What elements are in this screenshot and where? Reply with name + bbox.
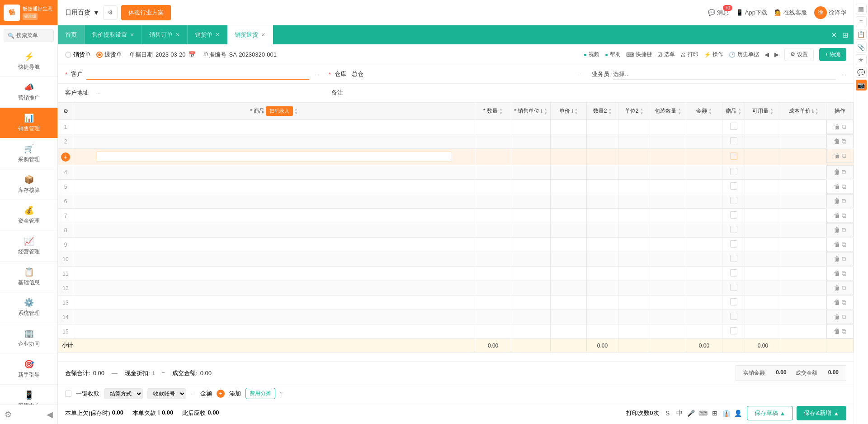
- online-service-button[interactable]: 💁 在线客服: [774, 9, 807, 17]
- delete-row-10[interactable]: 🗑: [834, 255, 840, 263]
- sales-radio[interactable]: 销货单: [65, 51, 91, 59]
- product-cell-2[interactable]: [73, 134, 475, 149]
- sidebar-item-purchase[interactable]: 🛒 采购管理: [0, 138, 57, 169]
- gift-checkbox-12[interactable]: [730, 284, 737, 291]
- copy-row-8[interactable]: ⧉: [842, 226, 846, 234]
- qty-sort[interactable]: ▲▼: [499, 107, 503, 115]
- warehouse-dots[interactable]: ···: [578, 71, 583, 78]
- user-icon[interactable]: 👤: [733, 408, 743, 418]
- sidebar-item-operations[interactable]: 📈 经营管理: [0, 231, 57, 262]
- delete-row-5[interactable]: 🗑: [834, 183, 840, 191]
- copy-row-1[interactable]: ⧉: [842, 123, 846, 131]
- delete-row-7[interactable]: 🗑: [834, 212, 840, 219]
- sidebar-item-finance[interactable]: 💰 资金管理: [0, 200, 57, 231]
- sidebar-item-inventory[interactable]: 📦 库存核算: [0, 169, 57, 200]
- cost-sort[interactable]: ▲▼: [815, 107, 819, 115]
- copy-row-11[interactable]: ⧉: [842, 270, 846, 277]
- customer-dots[interactable]: ···: [315, 71, 320, 78]
- sidebar-item-guide[interactable]: 🎯 新手引导: [0, 354, 57, 385]
- product-sort[interactable]: ▲▼: [294, 107, 298, 115]
- copy-row-12[interactable]: ⧉: [842, 284, 846, 292]
- tab-home[interactable]: 首页: [58, 25, 85, 44]
- input-icon[interactable]: 中: [675, 408, 684, 418]
- float-btn-1[interactable]: ▦: [856, 4, 867, 14]
- delete-row-3[interactable]: 🗑: [834, 152, 840, 160]
- delete-row-13[interactable]: 🗑: [834, 299, 840, 306]
- price-info-icon[interactable]: ℹ: [571, 108, 573, 114]
- gift-sort[interactable]: ▲▼: [738, 107, 741, 115]
- cost-info-icon[interactable]: ℹ: [812, 108, 814, 114]
- col-header-settings[interactable]: ⚙: [58, 103, 73, 120]
- float-btn-5[interactable]: ★: [856, 54, 867, 65]
- copy-row-6[interactable]: ⧉: [842, 197, 846, 205]
- gift-checkbox-10[interactable]: [730, 255, 737, 262]
- gift-checkbox-9[interactable]: [730, 240, 737, 248]
- gift-checkbox-3[interactable]: [730, 152, 737, 160]
- settlement-select[interactable]: 结算方式: [104, 388, 143, 399]
- tab-close-price-settings[interactable]: ✕: [130, 32, 134, 38]
- delete-row-9[interactable]: 🗑: [834, 241, 840, 248]
- experience-button[interactable]: 体验行业方案: [121, 5, 171, 20]
- nav-prev-btn[interactable]: ◀: [764, 51, 769, 58]
- sidebar-item-shortcuts[interactable]: ⚡ 快捷导航: [0, 46, 57, 77]
- account-dots[interactable]: ···: [191, 390, 196, 397]
- address-dots[interactable]: ···: [96, 90, 101, 96]
- user-profile[interactable]: 徐 徐泽华: [814, 6, 846, 19]
- unit-sort[interactable]: ▲▼: [544, 107, 547, 115]
- tab-sales-return[interactable]: 销货退货 ✕: [227, 25, 273, 44]
- gift-checkbox-6[interactable]: [730, 197, 737, 204]
- pack-sort[interactable]: ▲▼: [678, 107, 681, 115]
- scan-input-btn[interactable]: 扫码录入: [266, 106, 293, 116]
- delete-row-15[interactable]: 🗑: [834, 328, 840, 335]
- copy-row-10[interactable]: ⧉: [842, 255, 846, 263]
- copy-row-13[interactable]: ⧉: [842, 299, 846, 306]
- grid-icon[interactable]: ⊞: [710, 408, 720, 418]
- product-cell-1[interactable]: [73, 120, 475, 134]
- sidebar-collapse-btn[interactable]: ◀: [47, 410, 53, 419]
- float-btn-3[interactable]: 📋: [856, 29, 867, 40]
- delete-row-1[interactable]: 🗑: [834, 123, 840, 131]
- salesperson-input[interactable]: [613, 69, 836, 80]
- app-download-button[interactable]: 📱 App下载: [736, 9, 767, 17]
- s-icon[interactable]: S: [663, 408, 673, 418]
- account-select[interactable]: 收款账号: [147, 388, 186, 399]
- gift-checkbox-7[interactable]: [730, 211, 737, 219]
- discount-info-icon[interactable]: ℹ: [153, 370, 155, 376]
- gift-checkbox-14[interactable]: [730, 313, 737, 320]
- fee-split-btn[interactable]: 费用分摊: [245, 388, 275, 399]
- delete-row-12[interactable]: 🗑: [834, 284, 840, 292]
- gift-checkbox-13[interactable]: [730, 298, 737, 305]
- tab-close-sales-return[interactable]: ✕: [261, 32, 265, 38]
- save-draft-button[interactable]: 保存草稿 ▲: [747, 406, 793, 420]
- gift-checkbox-4[interactable]: [730, 168, 737, 175]
- history-action[interactable]: 🕐 历史单据: [729, 51, 759, 58]
- qty2-sort[interactable]: ▲▼: [608, 107, 612, 115]
- sidebar-item-sales[interactable]: 📊 销售管理: [0, 108, 57, 138]
- gift-checkbox-5[interactable]: [730, 182, 737, 190]
- copy-row-7[interactable]: ⧉: [842, 212, 846, 219]
- delete-row-2[interactable]: 🗑: [834, 138, 840, 145]
- gift-checkbox-15[interactable]: [730, 327, 737, 334]
- sidebar-item-marketing[interactable]: 📣 营销推广: [0, 77, 57, 108]
- note-input[interactable]: [347, 87, 846, 98]
- settings-toolbar-btn[interactable]: ⚙ 设置: [784, 48, 813, 61]
- delete-row-11[interactable]: 🗑: [834, 270, 840, 277]
- product-input-3[interactable]: [96, 152, 452, 162]
- shirt-icon[interactable]: 👔: [722, 408, 731, 418]
- daily-goods-selector[interactable]: 日用百货 ▼: [65, 9, 99, 17]
- sidebar-item-basic[interactable]: 📋 基础信息: [0, 262, 57, 292]
- search-menu-button[interactable]: 🔍 搜索菜单: [4, 29, 54, 42]
- float-btn-4[interactable]: 📎: [856, 42, 867, 52]
- video-action[interactable]: ● 视频: [584, 51, 599, 58]
- one-click-checkbox[interactable]: [65, 391, 71, 397]
- gift-checkbox-1[interactable]: [730, 123, 737, 130]
- operate-action[interactable]: ⚡ 操作: [704, 51, 723, 58]
- float-btn-7[interactable]: 📷: [856, 80, 867, 91]
- float-btn-2[interactable]: ≡: [856, 16, 867, 27]
- tab-close-sales-delivery[interactable]: ✕: [215, 32, 220, 38]
- delete-row-14[interactable]: 🗑: [834, 313, 840, 321]
- float-btn-6[interactable]: 💬: [856, 67, 867, 78]
- delete-row-8[interactable]: 🗑: [834, 226, 840, 234]
- unit-info-icon[interactable]: ℹ: [541, 108, 542, 114]
- copy-row-5[interactable]: ⧉: [842, 183, 846, 191]
